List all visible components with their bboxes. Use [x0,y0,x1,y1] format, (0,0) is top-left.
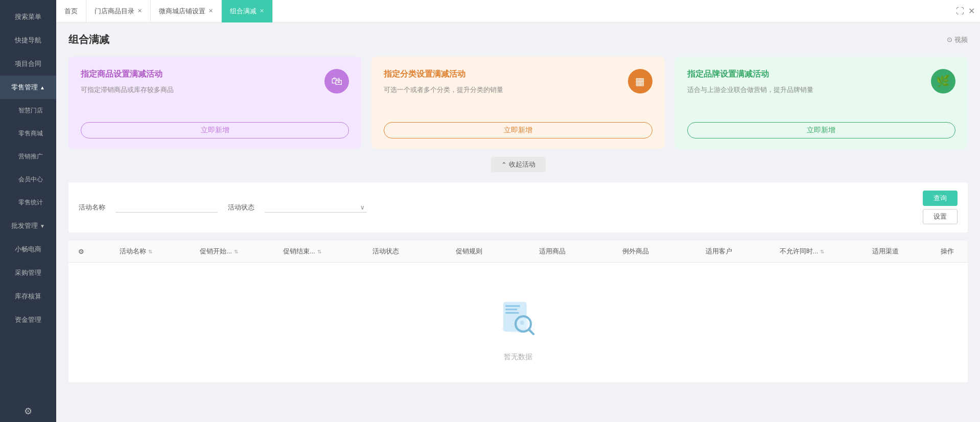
brand-card-add-button[interactable]: 立即新增 [687,122,955,138]
th-not-concurrent: 不允许同时... ⇅ [760,247,844,256]
svg-rect-4 [505,312,519,314]
setting-button[interactable]: 设置 [923,209,958,224]
svg-rect-2 [505,305,520,307]
sidebar-item-label: 采购管理 [15,269,41,276]
sidebar-item-label: 会员中心 [18,176,43,183]
page-content-area: 组合满减 ⊙ 视频 指定商品设置满减活动 可指定滞销商品或库存较多商品 🛍 立即… [56,22,980,422]
sidebar-item-search-menu[interactable]: 搜索菜单 [0,5,56,29]
collapse-label: 收起活动 [509,160,535,169]
empty-text: 暂无数据 [504,353,532,362]
sidebar-item-purchase-mgmt[interactable]: 采购管理 [0,261,56,285]
chevron-up-icon: ▲ [40,85,45,90]
settings-icon[interactable]: ⚙ [24,406,32,417]
goods-card-title: 指定商品设置满减活动 [81,69,349,80]
sidebar-item-label: 智慧门店 [18,107,43,114]
close-icon[interactable]: ✕ [137,8,142,14]
page-title: 组合满减 [68,33,109,46]
chevron-down-icon: ▼ [40,223,45,229]
category-card-title: 指定分类设置满减活动 [384,69,652,80]
activity-name-label: 活动名称 [79,203,105,212]
svg-point-8 [520,320,524,324]
sidebar-item-member-center[interactable]: 会员中心 [0,168,56,191]
category-card-icon: ▦ [628,69,652,93]
sidebar-item-label: 搜索菜单 [15,13,41,20]
sidebar-item-label: 零售统计 [18,199,43,206]
th-activity-status: 活动状态 [344,247,427,256]
window-actions: ⛶ ✕ [956,6,980,16]
activity-status-label: 活动状态 [228,203,254,212]
th-applicable-channel: 适用渠道 [844,247,927,256]
tab-combo-discount[interactable]: 组合满减 ✕ [222,0,273,22]
th-gear[interactable]: ⚙ [68,248,94,255]
sidebar-item-inventory-check[interactable]: 库存核算 [0,285,56,308]
sidebar-item-retail-mall[interactable]: 零售商城 [0,122,56,145]
category-card-add-button[interactable]: 立即新增 [384,122,652,138]
sidebar-item-marketing[interactable]: 营销推广 [0,145,56,168]
main-content: 首页 门店商品目录 ✕ 微商城店铺设置 ✕ 组合满减 ✕ ⛶ ✕ 组合满减 ⊙ … [56,0,980,422]
tab-store-catalog-label: 门店商品目录 [95,7,134,16]
sidebar-item-label: 小畅电商 [15,245,41,253]
th-not-concurrent-label: 不允许同时... [780,247,819,256]
brand-card-icon: 🌿 [931,69,955,93]
tab-home-label: 首页 [64,7,78,16]
close-icon[interactable]: ✕ [208,8,213,14]
tab-wechat-store[interactable]: 微商城店铺设置 ✕ [151,0,222,22]
th-activity-name-label: 活动名称 [120,247,146,256]
chevron-up-icon: ⌃ [501,161,507,169]
sidebar-item-quick-nav[interactable]: 快捷导航 [0,29,56,52]
sidebar-item-smart-store[interactable]: 智慧门店 [0,99,56,122]
sidebar-item-label: 快捷导航 [15,36,41,44]
category-activity-card: 指定分类设置满减活动 可选一个或者多个分类，提升分类的销量 ▦ 立即新增 [371,57,664,149]
sort-icon[interactable]: ⇅ [820,249,824,254]
activity-status-select[interactable]: ∨ [265,203,367,213]
goods-card-add-button[interactable]: 立即新增 [81,122,349,138]
goods-activity-card: 指定商品设置满减活动 可指定滞销商品或库存较多商品 🛍 立即新增 [68,57,361,149]
th-applicable-channel-label: 适用渠道 [872,247,899,256]
sidebar-item-label: 库存核算 [15,292,41,300]
brand-activity-card: 指定品牌设置满减活动 适合与上游企业联合做营销，提升品牌销量 🌿 立即新增 [675,57,968,149]
svg-rect-3 [505,309,517,310]
close-window-icon[interactable]: ✕ [968,6,975,16]
sidebar-item-retail-stats[interactable]: 零售统计 [0,191,56,214]
close-icon[interactable]: ✕ [260,8,264,14]
th-applicable-goods-label: 适用商品 [539,247,566,256]
maximize-icon[interactable]: ⛶ [956,7,964,16]
collapse-bar: ⌃ 收起活动 [68,157,968,172]
page-header: 组合满减 ⊙ 视频 [68,33,968,46]
th-applicable-customer-label: 适用客户 [706,247,732,256]
th-promo-end: 促销结束... ⇅ [261,247,344,256]
filter-row: 活动名称 活动状态 ∨ 查询 设置 [68,182,968,232]
sidebar-item-retail-mgmt[interactable]: 零售管理 ▲ [0,76,56,99]
th-promo-start: 促销开始... ⇅ [177,247,261,256]
tab-store-catalog[interactable]: 门店商品目录 ✕ [86,0,151,22]
sidebar-item-label: 营销推广 [18,153,43,160]
gear-icon: ⚙ [78,248,84,255]
video-link[interactable]: ⊙ 视频 [947,35,968,44]
th-promo-end-label: 促销结束... [283,247,315,256]
th-exception-goods: 例外商品 [594,247,677,256]
sidebar-item-label: 零售管理 [11,83,38,92]
sidebar: 搜索菜单 快捷导航 项目合同 零售管理 ▲ 智慧门店 零售商城 营销推广 会员中… [0,0,56,422]
brand-card-title: 指定品牌设置满减活动 [687,69,955,80]
th-applicable-customer: 适用客户 [677,247,760,256]
th-operations: 操作 [927,247,968,256]
chevron-down-icon: ∨ [360,204,365,211]
sort-icon[interactable]: ⇅ [234,249,238,254]
activity-name-input[interactable] [115,202,218,213]
collapse-button[interactable]: ⌃ 收起活动 [491,157,546,172]
goods-card-icon: 🛍 [324,69,349,93]
sidebar-item-xiaochangec[interactable]: 小畅电商 [0,238,56,261]
empty-state: 暂无数据 [68,263,968,382]
sidebar-item-wholesale-mgmt[interactable]: 批发管理 ▼ [0,214,56,238]
play-circle-icon: ⊙ [947,36,952,43]
sort-icon[interactable]: ⇅ [317,249,321,254]
tab-home[interactable]: 首页 [56,0,86,22]
sort-icon[interactable]: ⇅ [148,249,152,254]
sidebar-item-project-contract[interactable]: 项目合同 [0,52,56,76]
th-promo-start-label: 促销开始... [200,247,232,256]
th-promo-rule: 促销规则 [427,247,510,256]
tab-wechat-store-label: 微商城店铺设置 [159,7,205,16]
brand-card-desc: 适合与上游企业联合做营销，提升品牌销量 [687,85,955,96]
query-button[interactable]: 查询 [923,191,958,206]
sidebar-item-fund-mgmt[interactable]: 资金管理 [0,308,56,332]
